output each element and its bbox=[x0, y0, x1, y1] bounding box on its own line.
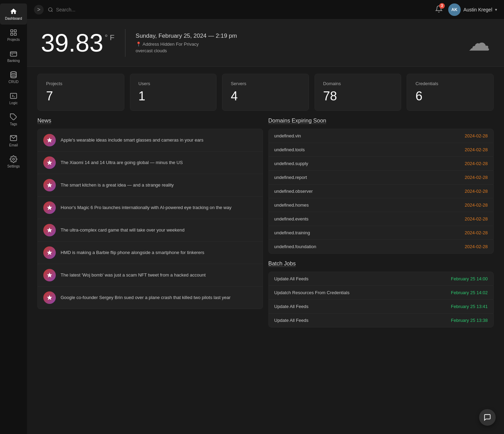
batch-job-time: February 25 13:41 bbox=[451, 304, 488, 309]
pin-icon: 📍 bbox=[136, 42, 141, 47]
temperature-unit: ° F bbox=[105, 33, 114, 42]
svg-marker-18 bbox=[47, 273, 52, 278]
domain-name: undefined.vin bbox=[274, 133, 301, 138]
domain-row[interactable]: undefined.observer 2024-02-28 bbox=[269, 184, 494, 198]
stat-users-label: Users bbox=[139, 81, 208, 86]
news-item-text: The Xiaomi 14 and 14 Ultra are going glo… bbox=[61, 160, 183, 166]
stat-users[interactable]: Users 1 bbox=[130, 74, 217, 111]
notifications-button[interactable]: 3 bbox=[435, 5, 443, 14]
stat-credentials[interactable]: Credentials 6 bbox=[407, 74, 494, 111]
stat-servers[interactable]: Servers 4 bbox=[222, 74, 309, 111]
news-item[interactable]: The smart kitchen is a great idea — and … bbox=[38, 174, 263, 197]
batch-job-name: Updatch Resources From Credentials bbox=[274, 290, 350, 295]
domain-row[interactable]: undefined.supply 2024-02-28 bbox=[269, 157, 494, 171]
two-col-section: News Apple's wearable ideas include smar… bbox=[27, 118, 504, 338]
batch-row[interactable]: Update All Feeds February 25 13:41 bbox=[269, 300, 494, 314]
domain-row[interactable]: undefined.training 2024-02-28 bbox=[269, 226, 494, 240]
svg-marker-15 bbox=[47, 205, 52, 210]
user-name: Austin Kregel bbox=[463, 7, 492, 12]
svg-rect-0 bbox=[11, 30, 13, 32]
news-logo bbox=[43, 179, 56, 191]
news-logo bbox=[43, 246, 56, 259]
news-logo bbox=[43, 156, 56, 169]
domain-name: undefined.supply bbox=[274, 161, 308, 166]
sidebar-item-banking[interactable]: Banking bbox=[0, 46, 27, 67]
svg-marker-14 bbox=[47, 183, 52, 188]
domain-name: undefined.report bbox=[274, 175, 307, 180]
news-logo bbox=[43, 201, 56, 214]
domain-row[interactable]: undefined.tools 2024-02-28 bbox=[269, 143, 494, 157]
sidebar-item-dashboard[interactable]: Dashboard bbox=[0, 3, 27, 25]
sidebar-item-logic[interactable]: Logic bbox=[0, 88, 27, 109]
batch-job-time: February 25 13:38 bbox=[451, 318, 488, 323]
news-item[interactable]: The Xiaomi 14 and 14 Ultra are going glo… bbox=[38, 152, 263, 174]
domain-expiry-date: 2024-02-28 bbox=[465, 189, 488, 194]
chat-icon bbox=[484, 414, 491, 421]
sidebar-item-crud[interactable]: CRUD bbox=[0, 67, 27, 88]
svg-point-10 bbox=[48, 8, 52, 11]
news-item[interactable]: Honor's Magic 6 Pro launches internation… bbox=[38, 197, 263, 219]
news-logo bbox=[43, 291, 56, 304]
search-input[interactable] bbox=[56, 7, 431, 12]
weather-banner: 39.83 ° F Sunday, February 25, 2024 — 2:… bbox=[27, 19, 504, 67]
temperature-value: 39.83 bbox=[41, 30, 103, 55]
news-item[interactable]: Google co-founder Sergey Brin sued over … bbox=[38, 287, 263, 309]
sidebar-item-tags[interactable]: Tags bbox=[0, 109, 27, 130]
batch-jobs-table: Update All Feeds February 25 14:00 Updat… bbox=[268, 272, 494, 327]
domain-name: undefined.foundation bbox=[274, 244, 316, 249]
stat-projects-value: 7 bbox=[46, 89, 116, 103]
stat-servers-label: Servers bbox=[231, 81, 300, 86]
domain-expiry-date: 2024-02-28 bbox=[465, 175, 488, 180]
batch-row[interactable]: Updatch Resources From Credentials Febru… bbox=[269, 286, 494, 300]
news-item-text: Google co-founder Sergey Brin sued over … bbox=[61, 295, 231, 301]
batch-row[interactable]: Update All Feeds February 25 14:00 bbox=[269, 272, 494, 286]
news-item-text: The ultra-complex card game that will ta… bbox=[61, 227, 185, 233]
weather-location: 📍 Address Hidden For Privacy bbox=[136, 42, 458, 47]
domain-row[interactable]: undefined.events 2024-02-28 bbox=[269, 212, 494, 226]
news-item[interactable]: The ultra-complex card game that will ta… bbox=[38, 219, 263, 242]
svg-rect-4 bbox=[10, 52, 17, 56]
search-bar bbox=[48, 7, 431, 12]
stat-projects[interactable]: Projects 7 bbox=[37, 74, 124, 111]
weather-divider bbox=[125, 29, 125, 57]
chat-button[interactable] bbox=[479, 409, 496, 426]
topbar: > 3 AK Austin Kregel ▾ bbox=[27, 0, 504, 19]
domain-row[interactable]: undefined.vin 2024-02-28 bbox=[269, 129, 494, 143]
weather-date: Sunday, February 25, 2024 — 2:19 pm bbox=[136, 33, 458, 39]
user-menu[interactable]: AK Austin Kregel ▾ bbox=[448, 3, 497, 16]
sidebar-item-email[interactable]: Email bbox=[0, 130, 27, 151]
svg-marker-13 bbox=[47, 160, 52, 165]
batch-row[interactable]: Update All Feeds February 25 13:38 bbox=[269, 314, 494, 327]
news-item[interactable]: Apple's wearable ideas include smart gla… bbox=[38, 129, 263, 152]
svg-rect-1 bbox=[14, 30, 16, 32]
news-item-text: The smart kitchen is a great idea — and … bbox=[61, 182, 174, 188]
domain-expiry-date: 2024-02-28 bbox=[465, 202, 488, 208]
domain-expiry-date: 2024-02-28 bbox=[465, 216, 488, 221]
news-item-text: The latest 'Woj bomb' was just a scam NF… bbox=[61, 272, 206, 278]
domain-row[interactable]: undefined.homes 2024-02-28 bbox=[269, 198, 494, 212]
content-area: 39.83 ° F Sunday, February 25, 2024 — 2:… bbox=[27, 19, 504, 434]
cloud-icon: ☁ bbox=[468, 30, 490, 56]
svg-line-11 bbox=[52, 11, 53, 12]
batch-jobs-title: Batch Jobs bbox=[268, 261, 494, 267]
domain-row[interactable]: undefined.report 2024-02-28 bbox=[269, 171, 494, 184]
news-item[interactable]: The latest 'Woj bomb' was just a scam NF… bbox=[38, 264, 263, 287]
domain-row[interactable]: undefined.foundation 2024-02-28 bbox=[269, 240, 494, 253]
domain-name: undefined.observer bbox=[274, 189, 313, 194]
domain-name: undefined.events bbox=[274, 216, 309, 221]
news-item-text: Honor's Magic 6 Pro launches internation… bbox=[61, 205, 231, 211]
domain-name: undefined.tools bbox=[274, 147, 305, 152]
sidebar-item-settings[interactable]: Settings bbox=[0, 151, 27, 172]
domains-table: undefined.vin 2024-02-28 undefined.tools… bbox=[268, 129, 494, 254]
domain-expiry-date: 2024-02-28 bbox=[465, 147, 488, 152]
search-icon bbox=[48, 7, 53, 12]
avatar: AK bbox=[448, 3, 461, 16]
notification-badge: 3 bbox=[439, 3, 445, 9]
stat-domains[interactable]: Domains 78 bbox=[315, 74, 401, 111]
sidebar-toggle-button[interactable]: > bbox=[34, 5, 44, 15]
news-item[interactable]: HMD is making a Barbie flip phone alongs… bbox=[38, 242, 263, 264]
news-section: News Apple's wearable ideas include smar… bbox=[37, 118, 263, 327]
batch-job-name: Update All Feeds bbox=[274, 276, 309, 281]
sidebar-item-projects[interactable]: Projects bbox=[0, 25, 27, 46]
news-logo bbox=[43, 134, 56, 146]
